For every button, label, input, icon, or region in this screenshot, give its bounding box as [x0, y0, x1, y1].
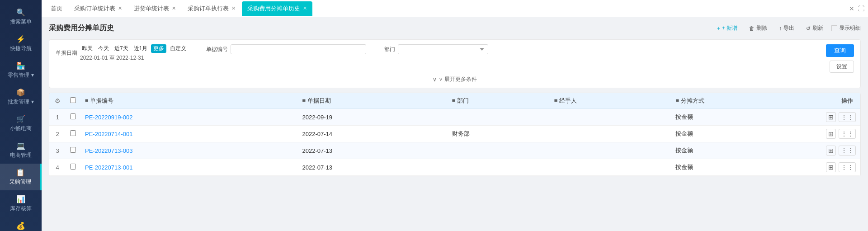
- page-title: 采购费用分摊单历史: [49, 24, 114, 33]
- date-filter-label: 单据日期: [56, 49, 77, 57]
- row-checkbox-0[interactable]: [66, 109, 80, 126]
- doc-num-input[interactable]: [231, 44, 366, 54]
- delete-button[interactable]: 🗑 删除: [745, 23, 771, 34]
- row-split-method-1: 按金额: [671, 126, 815, 142]
- show-col-checkbox-icon: [831, 25, 837, 31]
- row-edit-icon-2[interactable]: ⊞: [826, 146, 836, 156]
- add-icon: +: [717, 25, 720, 32]
- dept-label: 部门: [384, 46, 395, 53]
- row-checkbox-1[interactable]: [66, 126, 80, 142]
- row-checkbox-2[interactable]: [66, 142, 80, 159]
- export-button[interactable]: ↑ 导出: [775, 23, 798, 34]
- tab-close-incoming-stat[interactable]: ✕: [172, 5, 176, 11]
- sidebar-label-quick-nav: 快捷导航: [10, 45, 32, 52]
- setting-button[interactable]: 设置: [830, 61, 854, 73]
- select-all-checkbox[interactable]: [70, 97, 76, 103]
- row-more-icon-2[interactable]: ⋮⋮: [839, 146, 856, 156]
- dept-filter: 部门: [384, 44, 488, 54]
- sidebar-item-purchase[interactable]: 📋采购管理: [0, 164, 42, 190]
- row-check-0[interactable]: [70, 113, 76, 119]
- show-col-toggle[interactable]: 显示明细: [831, 24, 861, 32]
- doc-num-link-2[interactable]: PE-20220713-003: [85, 147, 133, 154]
- row-doc-date-1: 2022-07-14: [298, 126, 448, 142]
- data-table: ⚙ ≡ 单据编号 ≡ 单据日期 ≡ 部门 ≡ 经手人 ≡ 分摊方式 操作 1: [49, 93, 861, 176]
- row-doc-date-2: 2022-07-13: [298, 142, 448, 159]
- add-button[interactable]: + + 新增: [713, 23, 741, 34]
- sidebar-item-mini-shop[interactable]: 🛒小畅电商: [0, 110, 42, 137]
- sidebar-icon-wholesale: 📦: [16, 88, 25, 97]
- sidebar-label-retail: 零售管理 ▾: [8, 71, 33, 79]
- col-split-method: ≡ 分摊方式: [671, 93, 815, 109]
- col-settings[interactable]: ⚙: [49, 93, 66, 109]
- query-button[interactable]: 查询: [826, 44, 854, 57]
- date-today[interactable]: 今天: [96, 44, 111, 53]
- tab-home[interactable]: 首页: [45, 1, 68, 16]
- col-handler: ≡ 经手人: [550, 93, 671, 109]
- row-handler-3: [550, 159, 671, 176]
- sidebar-item-quick-nav[interactable]: ⚡快捷导航: [0, 30, 42, 57]
- row-more-icon-1[interactable]: ⋮⋮: [839, 129, 856, 139]
- sidebar-item-retail[interactable]: 🏪零售管理 ▾: [0, 57, 42, 84]
- sidebar-item-search[interactable]: 🔍搜索菜单: [0, 4, 42, 30]
- sidebar-icon-finance: 💰: [16, 222, 25, 230]
- col-doc-date: ≡ 单据日期: [298, 93, 448, 109]
- doc-num-link-3[interactable]: PE-20220713-001: [85, 164, 133, 171]
- dept-select[interactable]: [398, 44, 488, 54]
- sidebar-item-ecommerce[interactable]: 💻电商管理: [0, 137, 42, 164]
- tab-bar-actions: ✕ ⛶: [849, 5, 864, 12]
- row-more-icon-0[interactable]: ⋮⋮: [839, 112, 856, 122]
- row-more-icon-3[interactable]: ⋮⋮: [839, 162, 856, 172]
- tab-close-all-icon[interactable]: ✕: [849, 5, 854, 12]
- row-check-1[interactable]: [70, 130, 76, 136]
- row-checkbox-3[interactable]: [66, 159, 80, 176]
- row-split-method-3: 按金额: [671, 159, 815, 176]
- tab-purchase-order-exec[interactable]: 采购订单执行表 ✕: [182, 1, 241, 16]
- filter-actions: 查询 设置: [826, 44, 854, 73]
- date-custom[interactable]: 自定义: [168, 44, 188, 53]
- row-num-1: 2: [49, 126, 66, 142]
- row-doc-num-0: PE-20220919-002: [80, 109, 298, 126]
- col-action: 操作: [815, 93, 860, 109]
- row-handler-0: [550, 109, 671, 126]
- sidebar-item-wholesale[interactable]: 📦批发管理 ▾: [0, 84, 42, 110]
- row-dept-0: [448, 109, 550, 126]
- date-1month[interactable]: 近1月: [132, 44, 150, 53]
- row-edit-icon-3[interactable]: ⊞: [826, 162, 836, 172]
- date-shortcuts: 昨天 今天 近7天 近1月 更多 自定义: [80, 44, 188, 53]
- sidebar-icon-ecommerce: 💻: [16, 141, 25, 150]
- row-edit-icon-0[interactable]: ⊞: [826, 112, 836, 122]
- table-row: 3 PE-20220713-003 2022-07-13 按金额 ⊞ ⋮⋮: [49, 142, 860, 159]
- date-7days[interactable]: 近7天: [113, 44, 130, 53]
- row-actions-3: ⊞ ⋮⋮: [815, 159, 860, 176]
- export-icon: ↑: [779, 25, 782, 32]
- expand-more-btn[interactable]: ∨ ∨ 展开更多条件: [56, 75, 854, 83]
- sidebar-label-ecommerce: 电商管理: [10, 151, 32, 159]
- row-num-0: 1: [49, 109, 66, 126]
- col-dept: ≡ 部门: [448, 93, 550, 109]
- tab-close-purchase-order-exec[interactable]: ✕: [231, 5, 236, 11]
- date-yesterday[interactable]: 昨天: [80, 44, 94, 53]
- doc-num-label: 单据编号: [206, 46, 228, 53]
- row-edit-icon-1[interactable]: ⊞: [826, 129, 836, 139]
- row-actions-2: ⊞ ⋮⋮: [815, 142, 860, 159]
- tab-close-purchase-fee-history[interactable]: ✕: [303, 5, 307, 11]
- tab-purchase-fee-history[interactable]: 采购费用分摊单历史 ✕: [242, 1, 312, 16]
- doc-num-link-0[interactable]: PE-20220919-002: [85, 114, 133, 121]
- doc-num-link-1[interactable]: PE-20220714-001: [85, 131, 133, 137]
- refresh-button[interactable]: ↺ 刷新: [802, 23, 827, 34]
- tab-expand-icon[interactable]: ⛶: [858, 5, 864, 12]
- tab-purchase-order-stat[interactable]: 采购订单统计表 ✕: [69, 1, 127, 16]
- row-num-2: 3: [49, 142, 66, 159]
- sidebar-item-finance[interactable]: 💰资金管理: [0, 217, 42, 231]
- date-more[interactable]: 更多: [151, 44, 166, 53]
- refresh-icon: ↺: [806, 25, 811, 32]
- sidebar-item-inventory[interactable]: 📊库存核算: [0, 190, 42, 217]
- tab-incoming-stat[interactable]: 进货单统计表 ✕: [128, 1, 181, 16]
- row-check-3[interactable]: [70, 164, 76, 170]
- col-checkbox: [66, 93, 80, 109]
- row-check-2[interactable]: [70, 147, 76, 153]
- sidebar-icon-search: 🔍: [16, 8, 25, 17]
- table-row: 1 PE-20220919-002 2022-09-19 按金额 ⊞ ⋮⋮: [49, 109, 860, 126]
- tab-close-purchase-order-stat[interactable]: ✕: [118, 5, 122, 11]
- sidebar-label-inventory: 库存核算: [10, 205, 32, 212]
